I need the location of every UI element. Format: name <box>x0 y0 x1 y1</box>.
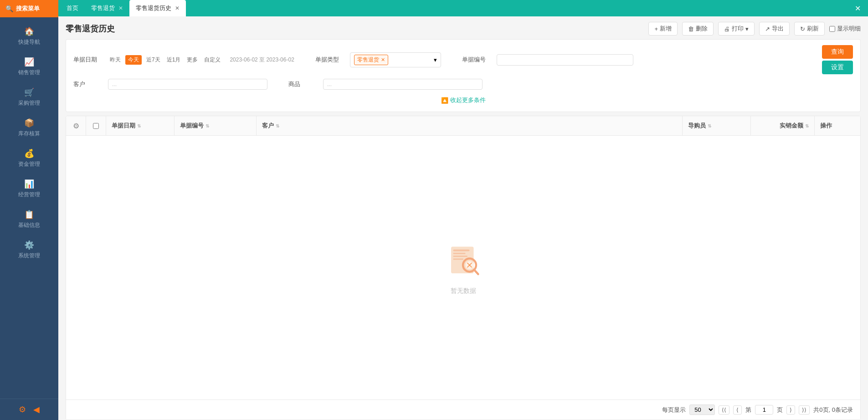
print-button[interactable]: 🖨 打印 ▾ <box>718 22 755 36</box>
col-guide-sort[interactable]: ⇅ <box>708 123 711 128</box>
query-button[interactable]: 查询 <box>822 45 853 59</box>
pagination: 每页显示 50 10 20 100 ⟨⟨ ⟨ 第 页 ⟩ ⟩⟩ 共0页, 0条记… <box>66 400 860 420</box>
customer-placeholder: ... <box>112 81 117 87</box>
collapse-button[interactable]: 🔼 收起更多条件 <box>441 96 486 104</box>
col-date-sort[interactable]: ⇅ <box>137 123 141 128</box>
prev-page-btn[interactable]: ⟨ <box>733 405 742 415</box>
sidebar-nav: 🏠 快捷导航 📈 销售管理 🛒 采购管理 📦 库存核算 💰 资金管理 📊 经营管… <box>0 17 58 399</box>
finance-icon: 💰 <box>24 149 34 159</box>
print-icon: 🖨 <box>724 26 730 32</box>
type-tag-close[interactable]: ✕ <box>381 57 385 63</box>
page-size-select[interactable]: 50 10 20 100 <box>689 405 715 415</box>
sidebar-item-operation[interactable]: 📊 经营管理 <box>0 174 58 204</box>
col-header-guide[interactable]: 导购员 ⇅ <box>683 116 751 135</box>
refresh-button[interactable]: ↻ 刷新 <box>794 22 825 36</box>
number-input[interactable] <box>497 54 633 66</box>
export-button[interactable]: ↗ 导出 <box>759 22 790 36</box>
collapse-arrow: 🔼 <box>441 97 448 104</box>
show-detail-label: 显示明细 <box>837 25 861 33</box>
sidebar-item-basic[interactable]: 📋 基础信息 <box>0 204 58 235</box>
date-btn-7days[interactable]: 近7天 <box>144 55 162 65</box>
page-actions: + 新增 🗑 删除 🖨 打印 ▾ ↗ 导出 ↻ 刷新 <box>648 22 861 36</box>
column-settings-icon[interactable]: ⚙ <box>66 116 86 135</box>
delete-button[interactable]: 🗑 删除 <box>682 22 714 36</box>
filter-section: 单据日期 昨天 今天 近7天 近1月 更多 自定义 2023-06-02 至 2… <box>66 39 861 112</box>
setting-button[interactable]: 设置 <box>822 61 853 74</box>
filter-row-1: 单据日期 昨天 今天 近7天 近1月 更多 自定义 2023-06-02 至 2… <box>73 45 853 74</box>
header-checkbox-col[interactable] <box>86 116 106 135</box>
system-icon: ⚙️ <box>24 240 34 250</box>
no-data-illustration <box>443 241 484 282</box>
col-number-sort[interactable]: ⇅ <box>205 123 209 128</box>
show-detail-toggle[interactable]: 显示明细 <box>829 25 861 33</box>
date-shortcuts: 昨天 今天 近7天 近1月 更多 自定义 <box>108 55 222 65</box>
show-detail-checkbox[interactable] <box>829 26 835 32</box>
sidebar-item-label: 库存核算 <box>18 130 40 138</box>
settings-footer-icon[interactable]: ⚙ <box>19 405 26 415</box>
tab-retail-return-history-label: 零售退货历史 <box>136 4 171 12</box>
new-button[interactable]: + 新增 <box>648 22 678 36</box>
customer-label: 客户 <box>73 80 101 88</box>
operation-icon: 📊 <box>24 179 34 189</box>
tab-retail-return-history[interactable]: 零售退货历史 ✕ <box>129 0 186 16</box>
last-page-btn[interactable]: ⟩⟩ <box>799 405 810 415</box>
goods-select[interactable]: ... <box>323 79 483 90</box>
page-size-label: 每页显示 <box>662 406 686 414</box>
type-tag: 零售退货 ✕ <box>354 55 388 65</box>
date-btn-today[interactable]: 今天 <box>125 55 142 65</box>
col-customer-label: 客户 <box>262 122 274 130</box>
tab-bar-close[interactable]: ✕ <box>849 4 866 13</box>
col-header-amount[interactable]: 实销金额 ⇅ <box>751 116 815 135</box>
type-label: 单据类型 <box>315 56 343 64</box>
tab-home-label: 首页 <box>67 4 78 12</box>
next-page-btn[interactable]: ⟩ <box>786 405 795 415</box>
goods-label: 商品 <box>288 80 316 88</box>
date-btn-1month[interactable]: 近1月 <box>165 55 183 65</box>
sidebar-item-label: 系统管理 <box>18 252 40 260</box>
type-select[interactable]: 零售退货 ✕ ▾ <box>350 52 441 67</box>
refresh-label: 刷新 <box>807 25 819 33</box>
sidebar-item-system[interactable]: ⚙️ 系统管理 <box>0 235 58 265</box>
empty-text: 暂无数据 <box>451 287 476 295</box>
col-customer-sort[interactable]: ⇅ <box>276 123 279 128</box>
collapse-icon[interactable]: ◀ <box>33 405 40 415</box>
refresh-icon: ↻ <box>800 26 805 32</box>
number-label: 单据编号 <box>462 56 489 64</box>
col-header-date[interactable]: 单据日期 ⇅ <box>106 116 175 135</box>
tab-home[interactable]: 首页 <box>60 0 85 16</box>
sidebar-item-inventory[interactable]: 📦 库存核算 <box>0 113 58 143</box>
page-unit-label: 页 <box>777 406 783 414</box>
date-label: 单据日期 <box>73 56 101 64</box>
sidebar-item-finance[interactable]: 💰 资金管理 <box>0 143 58 174</box>
sidebar-footer: ⚙ ◀ <box>0 399 58 420</box>
tab-retail-return-history-close[interactable]: ✕ <box>175 5 180 11</box>
tab-retail-return-close[interactable]: ✕ <box>118 5 123 11</box>
select-all-checkbox[interactable] <box>93 123 99 129</box>
sales-icon: 📈 <box>24 57 34 67</box>
date-range-display: 2023-06-02 至 2023-06-02 <box>230 56 294 64</box>
table-header: ⚙ 单据日期 ⇅ 单据编号 ⇅ 客户 ⇅ 导购员 ⇅ <box>66 116 860 136</box>
col-amount-sort[interactable]: ⇅ <box>805 123 809 128</box>
tab-bar: 首页 零售退货 ✕ 零售退货历史 ✕ ✕ <box>58 0 868 16</box>
col-header-ops: 操作 <box>815 116 860 135</box>
date-btn-yesterday[interactable]: 昨天 <box>108 55 123 65</box>
page-number-input[interactable] <box>755 405 773 415</box>
tab-retail-return[interactable]: 零售退货 ✕ <box>85 0 129 16</box>
sidebar-search-label: 搜索菜单 <box>16 5 40 13</box>
sidebar-item-label: 销售管理 <box>18 69 40 77</box>
filter-row-2: 客户 ... 商品 ... <box>73 79 853 90</box>
col-header-number[interactable]: 单据编号 ⇅ <box>175 116 257 135</box>
first-page-btn[interactable]: ⟨⟨ <box>719 405 729 415</box>
sidebar-item-label: 经营管理 <box>18 191 40 199</box>
sidebar-search[interactable]: 🔍 搜索菜单 <box>0 0 58 17</box>
sidebar-item-quick-nav[interactable]: 🏠 快捷导航 <box>0 21 58 51</box>
total-label: 共0页, 0条记录 <box>813 406 853 414</box>
date-btn-custom[interactable]: 自定义 <box>202 55 222 65</box>
sidebar-item-sales[interactable]: 📈 销售管理 <box>0 51 58 82</box>
new-label: 新增 <box>660 25 672 33</box>
customer-select[interactable]: ... <box>108 79 267 90</box>
col-header-customer[interactable]: 客户 ⇅ <box>257 116 683 135</box>
sidebar-item-purchase[interactable]: 🛒 采购管理 <box>0 82 58 113</box>
page-go-label: 第 <box>745 406 751 414</box>
date-btn-more[interactable]: 更多 <box>185 55 200 65</box>
